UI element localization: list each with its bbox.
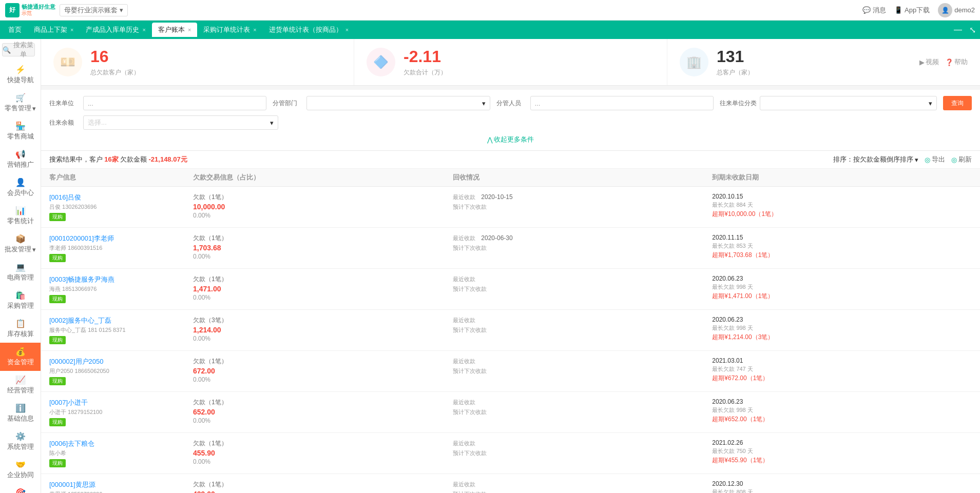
store-selector[interactable]: 母婴行业演示账套 ▾ <box>60 4 128 16</box>
debt-count-1: 欠款（1笔） <box>193 234 453 243</box>
refresh-btn[interactable]: ◎ 刷新 <box>951 155 972 164</box>
tab-purchase-stats-close[interactable]: × <box>345 27 349 33</box>
debt-ratio-5: 0.00% <box>193 417 453 424</box>
finance-label: 资金管理 <box>7 358 34 367</box>
debt-count-4: 欠款（1笔） <box>193 357 453 366</box>
customer-name-0[interactable]: [0016]吕俊 <box>49 193 193 202</box>
minimize-btn[interactable]: — <box>952 25 964 34</box>
user-profile[interactable]: 👤 demo2 <box>938 3 975 17</box>
sidebar-search-btn[interactable]: 🔍 搜索菜单 <box>2 43 35 56</box>
sidebar-item-marketing[interactable]: 📢 营销推广 <box>0 145 41 173</box>
sidebar-item-retail-stats[interactable]: 📊 零售统计 <box>0 202 41 230</box>
tab-goods-close[interactable]: × <box>70 27 73 33</box>
stat-card-total-customers: 🏢 131 总客户（家） ▶ 视频 ❓ 帮助 <box>667 39 980 85</box>
debt-amount-4: 672.00 <box>193 367 453 375</box>
overdue-amount-4[interactable]: 超期¥672.00（1笔） <box>712 374 972 383</box>
tab-goods[interactable]: 商品上下架 × <box>28 23 80 37</box>
customer-contact-0: 吕俊 13026203696 <box>49 203 193 211</box>
overdue-amount-2[interactable]: 超期¥1,471.00（1笔） <box>712 292 972 301</box>
help-btn[interactable]: ❓ 帮助 <box>945 57 968 67</box>
sidebar-item-basic-info[interactable]: ℹ️ 基础信息 <box>0 399 41 427</box>
customer-name-5[interactable]: [0007]小迸干 <box>49 398 193 407</box>
overdue-amount-6[interactable]: 超期¥455.90（1笔） <box>712 456 972 465</box>
tab-product-history[interactable]: 产成品入库单历史 × <box>80 23 151 37</box>
tab-purchase-order-close[interactable]: × <box>253 27 256 33</box>
customer-name-6[interactable]: [0006]去下粮仓 <box>49 439 193 448</box>
dept-select[interactable]: ▾ <box>306 96 490 110</box>
overdue-days-7: 最长欠款 808 天 <box>712 488 972 493</box>
tab-customer-account-close[interactable]: × <box>188 27 191 33</box>
maximize-btn[interactable]: ⤡ <box>967 25 978 35</box>
overdue-amount-1[interactable]: 超期¥1,703.68（1笔） <box>712 251 972 260</box>
export-label: 导出 <box>932 155 945 164</box>
customer-cell-5: [0007]小迸干 小迸干 18279152100 现购 <box>49 398 193 426</box>
customer-name-3[interactable]: [0002]服务中心_丁磊 <box>49 316 193 325</box>
sort-select[interactable]: 排序：按欠款金额倒序排序 ▾ <box>833 155 918 164</box>
sidebar-item-operations[interactable]: 📈 经营管理 <box>0 371 41 399</box>
payback-cell-5: 最近收款 预计下次收款 <box>453 398 713 416</box>
table-row: [00010200001]李老师 李老师 18600391516 现购 欠款（1… <box>41 228 980 269</box>
sidebar-item-member[interactable]: 👤 会员中心 <box>0 173 41 202</box>
search-button[interactable]: 查询 <box>943 96 972 110</box>
filter-row-2: 往来余额 选择... ▾ <box>49 115 972 130</box>
overdue-days-1: 最长欠款 853 天 <box>712 242 972 250</box>
last-payment-label-0: 最近收款 <box>453 194 475 200</box>
balance-select[interactable]: 选择... ▾ <box>83 115 278 130</box>
table-row: [0002]服务中心_丁磊 服务中心_丁磊 181 0125 8371 现购 欠… <box>41 310 980 351</box>
debt-count-0: 欠款（1笔） <box>193 193 453 202</box>
debt-amount-5: 652.00 <box>193 408 453 416</box>
video-btn[interactable]: ▶ 视频 <box>919 57 939 67</box>
sidebar-item-finance[interactable]: 💰 资金管理 <box>0 343 41 371</box>
tab-product-history-close[interactable]: × <box>142 27 145 33</box>
sidebar-item-inventory[interactable]: 📋 库存核算 <box>0 314 41 343</box>
source-unit-input[interactable]: ... <box>83 96 266 110</box>
message-btn[interactable]: 💬 消息 <box>862 6 886 15</box>
debt-count-5: 欠款（1笔） <box>193 398 453 407</box>
stat-info-total-customers: 131 总客户（家） <box>717 47 754 77</box>
system-icon: ⚙️ <box>15 431 26 441</box>
result-actions: 排序：按欠款金额倒序排序 ▾ ◎ 导出 ◎ 刷新 <box>833 155 972 164</box>
customer-name-4[interactable]: [000002]用户2050 <box>49 357 193 366</box>
sidebar-item-newbie[interactable]: 🎯 新手引导 <box>0 484 41 493</box>
overdue-cell-1: 2020.11.15 最长欠款 853 天 超期¥1,703.68（1笔） <box>712 234 972 260</box>
video-icon: ▶ <box>919 58 925 66</box>
next-payment-6: 预计下次收款 <box>453 449 713 457</box>
sidebar-item-enterprise[interactable]: 🤝 企业协同 <box>0 456 41 484</box>
last-payment-label-5: 最近收款 <box>453 399 475 405</box>
manager-input[interactable]: ... <box>530 96 714 110</box>
collapse-btn[interactable]: ⋀ 收起更多条件 <box>487 135 534 144</box>
sidebar-item-retail-mgmt[interactable]: 🛒 零售管理 ▾ <box>0 89 41 117</box>
tab-purchase-stats[interactable]: 进货单统计表（按商品） × <box>263 23 355 37</box>
sidebar-item-purchase[interactable]: 🛍️ 采购管理 <box>0 286 41 314</box>
tab-customer-account[interactable]: 客户账本 × <box>152 23 197 37</box>
tab-home-label: 首页 <box>8 25 22 34</box>
unit-category-select[interactable]: ▾ <box>760 96 937 110</box>
tab-customer-account-label: 客户账本 <box>158 25 185 34</box>
overdue-amount-5[interactable]: 超期¥652.00（1笔） <box>712 415 972 424</box>
payback-cell-2: 最近收款 预计下次收款 <box>453 275 713 293</box>
payback-cell-0: 最近收款 2020-10-15 预计下次收款 <box>453 193 713 211</box>
due-date-5: 2020.06.23 <box>712 398 972 405</box>
customer-name-7[interactable]: [000001]黄思源 <box>49 480 193 489</box>
overdue-amount-0[interactable]: 超期¥10,000.00（1笔） <box>712 210 972 219</box>
app-name: 畅捷通好生意 <box>22 4 55 10</box>
app-download-btn[interactable]: 📱 App下载 <box>894 6 930 15</box>
sidebar-item-ecommerce[interactable]: 💻 电商管理 <box>0 258 41 286</box>
export-btn[interactable]: ◎ 导出 <box>925 155 945 164</box>
sidebar-item-quick-nav[interactable]: ⚡ 快捷导航 <box>0 61 41 89</box>
sidebar-item-retail-mall[interactable]: 🏪 零售商城 <box>0 117 41 145</box>
debt-cell-7: 欠款（1笔） 429.00 0.00% <box>193 480 453 493</box>
next-payment-2: 预计下次收款 <box>453 285 713 293</box>
table-row: [0007]小迸干 小迸干 18279152100 现购 欠款（1笔） 652.… <box>41 392 980 433</box>
result-count: 16家 <box>104 155 118 163</box>
sidebar-item-batch-mgmt[interactable]: 📦 批发管理 ▾ <box>0 230 41 258</box>
last-payment-label-1: 最近收款 <box>453 235 475 241</box>
sidebar-item-system[interactable]: ⚙️ 系统管理 <box>0 427 41 456</box>
tab-purchase-order[interactable]: 采购订单统计表 × <box>197 23 262 37</box>
customer-name-2[interactable]: [0003]畅捷服务尹海燕 <box>49 275 193 284</box>
overdue-amount-3[interactable]: 超期¥1,214.00（3笔） <box>712 333 972 342</box>
overdue-cell-0: 2020.10.15 最长欠款 884 天 超期¥10,000.00（1笔） <box>712 193 972 219</box>
batch-mgmt-arrow: ▾ <box>32 246 36 253</box>
tab-home[interactable]: 首页 <box>2 23 28 37</box>
customer-name-1[interactable]: [00010200001]李老师 <box>49 234 193 243</box>
